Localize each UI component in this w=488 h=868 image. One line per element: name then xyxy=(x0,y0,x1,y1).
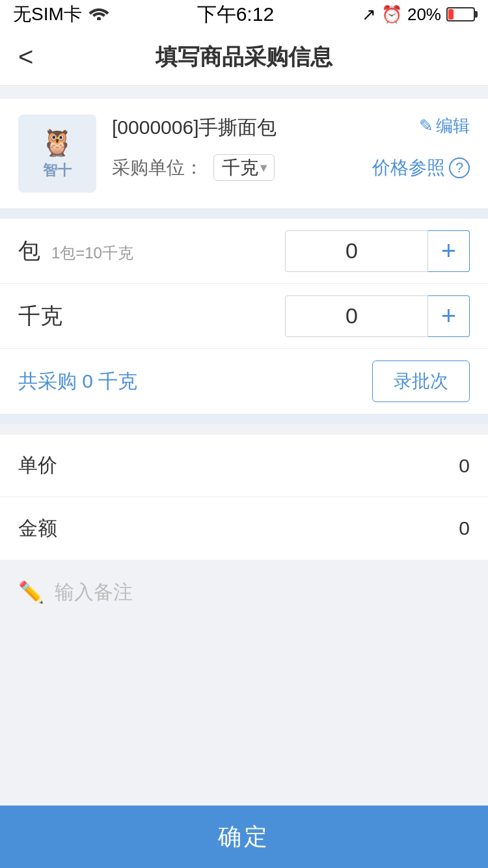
kg-quantity-input[interactable] xyxy=(285,295,428,337)
product-thumbnail: 🦉 智十 xyxy=(18,115,96,193)
summary-row: 共采购 0 千克 录批次 xyxy=(0,349,488,414)
status-left: 无SIM卡 xyxy=(13,2,109,27)
note-icon: ✏️ xyxy=(18,580,44,604)
edit-label: 编辑 xyxy=(436,115,470,137)
unit-price-label: 单价 xyxy=(18,452,57,479)
status-time: 下午6:12 xyxy=(197,1,274,28)
unit-select-wrap[interactable]: 千克 包 xyxy=(213,154,275,181)
note-section[interactable]: ✏️ 输入备注 xyxy=(0,560,488,625)
section-divider-2 xyxy=(0,414,488,424)
price-ref-label: 价格参照 xyxy=(372,156,445,180)
wifi-icon xyxy=(88,4,109,25)
back-button[interactable]: < xyxy=(18,42,33,72)
unit-price-value: 0 xyxy=(459,455,470,477)
bag-unit-label: 包 xyxy=(18,238,40,263)
confirm-button[interactable]: 确定 xyxy=(0,806,488,868)
alarm-icon: ⏰ xyxy=(381,5,402,25)
location-icon: ↗ xyxy=(362,5,376,25)
status-bar: 无SIM卡 下午6:12 ↗ ⏰ 20% xyxy=(0,0,488,29)
product-info: [0000006]手撕面包 ✎ 编辑 采购单位： 千克 包 价格参照 ? xyxy=(112,115,470,181)
summary-prefix: 共采购 xyxy=(18,370,77,392)
empty-space xyxy=(0,625,488,806)
input-section: 包 1包=10千克 + 千克 + xyxy=(0,219,488,349)
amount-value: 0 xyxy=(459,517,470,539)
thumb-text: 智十 xyxy=(43,161,72,180)
unit-price-row: 单价 0 xyxy=(0,435,488,497)
kg-plus-button[interactable]: + xyxy=(428,295,470,337)
bag-input-controls: + xyxy=(285,230,470,272)
bag-label-group: 包 1包=10千克 xyxy=(18,236,133,266)
kg-unit-label: 千克 xyxy=(18,303,62,328)
battery-percent: 20% xyxy=(407,5,441,25)
unit-label: 采购单位： xyxy=(112,156,203,180)
batch-button[interactable]: 录批次 xyxy=(372,360,470,402)
bag-input-row: 包 1包=10千克 + xyxy=(0,219,488,284)
amount-label: 金额 xyxy=(18,515,57,542)
page-title: 填写商品采购信息 xyxy=(156,42,332,72)
bag-plus-button[interactable]: + xyxy=(428,230,470,272)
bag-quantity-input[interactable] xyxy=(285,230,428,272)
product-name: [0000006]手撕面包 xyxy=(112,115,277,141)
section-divider-1 xyxy=(0,208,488,219)
summary-unit: 千克 xyxy=(98,370,137,392)
price-info-section: 单价 0 金额 0 xyxy=(0,435,488,560)
status-right: ↗ ⏰ 20% xyxy=(362,5,475,25)
nav-bar: < 填写商品采购信息 xyxy=(0,29,488,86)
unit-select[interactable]: 千克 包 xyxy=(213,154,275,181)
summary-amount: 0 xyxy=(82,370,93,392)
battery-icon xyxy=(446,7,475,21)
owl-icon: 🦉 xyxy=(41,128,74,158)
help-icon: ? xyxy=(449,157,470,178)
note-placeholder: 输入备注 xyxy=(55,579,133,606)
summary-text: 共采购 0 千克 xyxy=(18,368,137,395)
edit-icon: ✎ xyxy=(419,116,433,136)
kg-label-group: 千克 xyxy=(18,301,62,331)
carrier-text: 无SIM卡 xyxy=(13,2,82,27)
kg-input-controls: + xyxy=(285,295,470,337)
kg-input-row: 千克 + xyxy=(0,284,488,349)
product-card: 🦉 智十 [0000006]手撕面包 ✎ 编辑 采购单位： 千克 包 xyxy=(0,99,488,208)
amount-row: 金额 0 xyxy=(0,497,488,560)
edit-button[interactable]: ✎ 编辑 xyxy=(419,115,470,137)
price-ref-button[interactable]: 价格参照 ? xyxy=(372,156,470,180)
svg-point-0 xyxy=(97,17,101,20)
bag-sub-label: 1包=10千克 xyxy=(51,244,133,262)
